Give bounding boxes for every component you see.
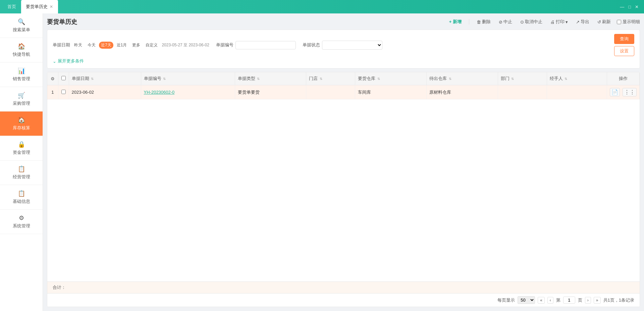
sidebar-label-basicinfo: 基础信息 bbox=[13, 198, 30, 205]
row-dept bbox=[498, 85, 547, 99]
date-btn-7days[interactable]: 近7天 bbox=[99, 42, 113, 49]
per-page-label: 每页显示 bbox=[497, 297, 515, 303]
row-checkbox[interactable] bbox=[61, 90, 66, 94]
row-date: 2023-06-02 bbox=[69, 85, 141, 99]
col-docno[interactable]: 单据编号 ⇅ bbox=[141, 72, 235, 85]
new-button[interactable]: + 新增 bbox=[447, 17, 464, 26]
sidebar-item-purchase[interactable]: 🛒 采购管理 bbox=[0, 87, 43, 112]
date-btn-today[interactable]: 今天 bbox=[86, 42, 98, 49]
maximize-btn[interactable]: □ bbox=[628, 4, 631, 9]
col-req-warehouse[interactable]: 要货仓库 ⇅ bbox=[355, 72, 427, 85]
col-out-warehouse[interactable]: 待出仓库 ⇅ bbox=[427, 72, 498, 85]
date-btn-more[interactable]: 更多 bbox=[130, 42, 142, 49]
display-detail-input[interactable] bbox=[617, 20, 621, 24]
col-date[interactable]: 单据日期 ⇅ bbox=[69, 72, 141, 85]
first-page-btn[interactable]: « bbox=[538, 297, 545, 304]
status-label: 单据状态 bbox=[303, 42, 320, 48]
refresh-button[interactable]: ↺ 刷新 bbox=[595, 17, 613, 26]
delete-icon: 🗑 bbox=[477, 19, 481, 25]
data-table: ⚙ 单据日期 ⇅ 单据编号 ⇅ 单据类型 bbox=[47, 72, 640, 99]
row-handler bbox=[547, 85, 607, 99]
setting-button[interactable]: 设置 bbox=[614, 46, 634, 56]
last-page-btn[interactable]: » bbox=[594, 297, 601, 304]
col-settings[interactable]: ⚙ bbox=[47, 72, 58, 85]
divider bbox=[469, 19, 469, 25]
tab-requisition-history[interactable]: 要货单历史 ✕ bbox=[21, 0, 58, 13]
refresh-icon: ↺ bbox=[597, 19, 601, 25]
next-page-btn[interactable]: › bbox=[585, 297, 591, 304]
table-row: 1 2023-06-02 YH-20230602-0 要货单要货 车间库 原材料… bbox=[47, 85, 640, 99]
sidebar-item-search[interactable]: 🔍 搜索菜单 bbox=[0, 13, 43, 38]
table-body: 1 2023-06-02 YH-20230602-0 要货单要货 车间库 原材料… bbox=[47, 85, 640, 99]
total-records: 共1页，1条记录 bbox=[603, 297, 634, 303]
sidebar-item-inventory[interactable]: 🏠 库存核算 bbox=[0, 112, 43, 136]
print-button[interactable]: 🖨 打印 ▾ bbox=[548, 17, 570, 26]
footer-label: 合计： bbox=[53, 285, 66, 290]
purchase-icon: 🛒 bbox=[18, 92, 25, 99]
docno-label: 单据编号 bbox=[216, 42, 233, 48]
date-btn-custom[interactable]: 自定义 bbox=[144, 42, 160, 49]
print-icon: 🖨 bbox=[550, 19, 555, 25]
table-footer: 合计： bbox=[47, 281, 640, 293]
system-icon: ⚙ bbox=[19, 214, 24, 222]
page-title: 要货单历史 bbox=[47, 18, 447, 26]
sidebar-item-system[interactable]: ⚙ 系统管理 bbox=[0, 210, 43, 234]
row-docno[interactable]: YH-20230602-0 bbox=[141, 85, 235, 99]
home-icon: 🏠 bbox=[18, 43, 25, 50]
docno-filter: 单据编号 bbox=[216, 41, 296, 49]
sidebar-label-search: 搜索菜单 bbox=[13, 27, 30, 33]
display-detail-checkbox[interactable]: 显示明细 bbox=[617, 19, 640, 25]
prev-page-btn[interactable]: ‹ bbox=[547, 297, 553, 304]
row-operations: 📄 ⋮⋮ bbox=[607, 85, 640, 99]
col-store[interactable]: 门店 ⇅ bbox=[306, 72, 355, 85]
stop-icon: ⊘ bbox=[499, 19, 502, 25]
print-dropdown-icon: ▾ bbox=[566, 19, 568, 25]
filter-panel: 单据日期 昨天 今天 近7天 近1月 更多 自定义 2023-05-27 至 2… bbox=[47, 30, 640, 69]
sidebar-label-sales: 销售管理 bbox=[13, 76, 30, 82]
row-checkbox-cell bbox=[58, 85, 69, 99]
page-number-input[interactable] bbox=[563, 297, 575, 304]
more-icon[interactable]: ⋮⋮ bbox=[623, 88, 637, 96]
page-header: 要货单历史 + 新增 🗑 删除 ⊘ 中止 ⊙ 取消中止 🖨 打 bbox=[47, 17, 640, 26]
sidebar-item-basicinfo[interactable]: 📋 基础信息 bbox=[0, 185, 43, 210]
top-bar: 首页 要货单历史 ✕ — □ ✕ bbox=[0, 0, 644, 13]
query-button[interactable]: 查询 bbox=[614, 34, 634, 44]
stop-button[interactable]: ⊘ 中止 bbox=[497, 17, 514, 26]
export-icon: ↗ bbox=[576, 19, 580, 25]
date-btn-yesterday[interactable]: 昨天 bbox=[72, 42, 84, 49]
minimize-btn[interactable]: — bbox=[620, 4, 624, 9]
filter-row: 单据日期 昨天 今天 近7天 近1月 更多 自定义 2023-05-27 至 2… bbox=[53, 34, 634, 56]
tab-close-icon[interactable]: ✕ bbox=[50, 4, 53, 9]
per-page-select[interactable]: 50 20 100 bbox=[518, 296, 535, 304]
sort-date-icon: ⇅ bbox=[91, 77, 94, 81]
docno-input[interactable] bbox=[235, 41, 296, 49]
col-doctype[interactable]: 单据类型 ⇅ bbox=[235, 72, 306, 85]
expand-icon: ⌄ bbox=[53, 59, 56, 64]
edit-icon[interactable]: 📄 bbox=[610, 88, 620, 96]
date-btn-1month[interactable]: 近1月 bbox=[115, 42, 129, 49]
sort-reqwh-icon: ⇅ bbox=[377, 77, 380, 81]
delete-button[interactable]: 🗑 删除 bbox=[475, 17, 493, 26]
close-btn[interactable]: ✕ bbox=[635, 4, 639, 9]
sidebar-item-finance[interactable]: 🔒 资金管理 bbox=[0, 136, 43, 161]
sidebar-label-inventory: 库存核算 bbox=[13, 125, 30, 131]
tab-home[interactable]: 首页 bbox=[3, 0, 21, 13]
col-handler[interactable]: 经手人 ⇅ bbox=[547, 72, 607, 85]
date-label: 单据日期 bbox=[53, 42, 70, 48]
col-checkbox bbox=[58, 72, 69, 85]
status-select[interactable] bbox=[322, 41, 382, 50]
sidebar-label-finance: 资金管理 bbox=[13, 149, 30, 156]
sidebar-item-quicknav[interactable]: 🏠 快捷导航 bbox=[0, 38, 43, 62]
sidebar-item-operations[interactable]: 📋 经营管理 bbox=[0, 161, 43, 185]
sidebar-item-sales[interactable]: 📊 销售管理 bbox=[0, 62, 43, 87]
col-dept[interactable]: 部门 ⇅ bbox=[498, 72, 547, 85]
row-store bbox=[306, 85, 355, 99]
page-label: 第 bbox=[556, 297, 560, 303]
page-unit: 页 bbox=[578, 297, 582, 303]
cancel-stop-button[interactable]: ⊙ 取消中止 bbox=[518, 17, 544, 26]
row-num: 1 bbox=[47, 85, 58, 99]
expand-more[interactable]: ⌄ 展开更多条件 bbox=[53, 58, 634, 64]
export-button[interactable]: ↗ 导出 bbox=[574, 17, 591, 26]
sort-store-icon: ⇅ bbox=[320, 77, 322, 81]
select-all-checkbox[interactable] bbox=[61, 76, 66, 80]
